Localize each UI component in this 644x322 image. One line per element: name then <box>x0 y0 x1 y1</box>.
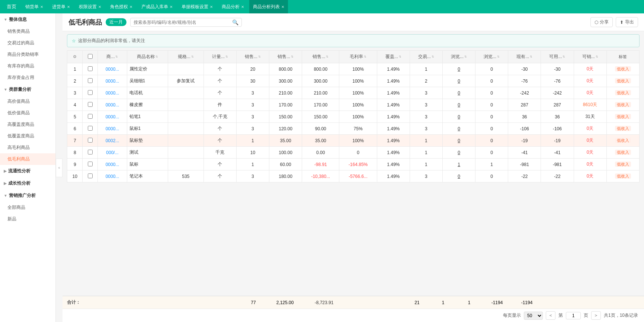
row-code: 0000... <box>98 87 127 99</box>
row-checkbox[interactable] <box>83 111 98 123</box>
col-coverage[interactable]: 覆盖...⇅ <box>377 51 410 63</box>
sidebar-item-all-products[interactable]: 全部商品 <box>0 202 55 213</box>
row-available: -106 <box>541 123 574 135</box>
row-checkbox[interactable] <box>83 63 98 75</box>
close-icon[interactable]: ✕ <box>40 5 43 9</box>
nav-purchase-order[interactable]: 进货单✕ <box>48 0 74 13</box>
per-page-select[interactable]: 50 10 20 100 <box>524 312 543 320</box>
row-browse1[interactable]: 0 <box>442 87 475 99</box>
sidebar-item-stocked-products[interactable]: 有库存的商品 <box>0 60 55 72</box>
close-icon[interactable]: ✕ <box>129 5 132 9</box>
close-icon[interactable]: ✕ <box>281 5 284 9</box>
sidebar-group-marketing-analysis[interactable]: ▼ 营销推广分析 <box>0 189 55 202</box>
row-browse1[interactable]: 0 <box>442 170 475 182</box>
nav-home[interactable]: 首页 <box>3 0 20 13</box>
row-browse1[interactable]: 0 <box>442 99 475 111</box>
search-box[interactable]: 🔍 <box>130 18 242 27</box>
sidebar-item-low-value[interactable]: 低价值商品 <box>0 107 55 119</box>
row-browse1[interactable]: 0 <box>442 111 475 123</box>
row-checkbox[interactable] <box>83 75 98 87</box>
sidebar-item-high-coverage[interactable]: 高覆盖度商品 <box>0 119 55 130</box>
col-sale-amount[interactable]: 销售...⇅ <box>302 51 339 63</box>
row-browse1[interactable]: 0 <box>442 147 475 159</box>
row-coverage: 1.49% <box>377 75 410 87</box>
row-checkbox[interactable] <box>83 87 98 99</box>
date-filter-badge[interactable]: 近一月 <box>106 18 126 26</box>
row-unit: 件 <box>204 99 236 111</box>
row-browse1[interactable]: 0 <box>442 135 475 147</box>
close-icon[interactable]: ✕ <box>98 5 101 9</box>
row-checkbox[interactable] <box>83 123 98 135</box>
nav-product-analysis[interactable]: 商品分析✕ <box>218 0 248 13</box>
sidebar-item-high-value[interactable]: 高价值商品 <box>0 96 55 107</box>
row-code: 0000... <box>98 111 127 123</box>
next-page-button[interactable]: ＞ <box>591 311 601 320</box>
col-code[interactable]: 商...⇅ <box>98 51 127 63</box>
row-trade: 1 <box>410 147 442 159</box>
col-settings[interactable]: ⚙ <box>67 51 83 63</box>
nav-permission-settings[interactable]: 权限设置✕ <box>75 0 105 13</box>
sidebar-item-low-margin[interactable]: 低毛利商品 <box>0 153 55 165</box>
search-input[interactable] <box>134 20 232 25</box>
col-available[interactable]: 可用...⇅ <box>541 51 574 63</box>
sidebar-item-high-margin[interactable]: 高毛利商品 <box>0 142 55 153</box>
search-icon[interactable]: 🔍 <box>232 19 238 25</box>
col-days[interactable]: 可销...⇅ <box>574 51 606 63</box>
row-browse2: 0 <box>475 147 508 159</box>
row-unit: 个 <box>204 159 236 170</box>
row-sale-amount: 150.00 <box>302 111 339 123</box>
row-coverage: 1.49% <box>377 111 410 123</box>
sidebar-item-new-products[interactable]: 新品 <box>0 213 55 225</box>
sidebar-item-sales-products[interactable]: 销售类商品 <box>0 26 55 37</box>
col-checkbox[interactable] <box>83 51 98 63</box>
close-icon[interactable]: ✕ <box>67 5 70 9</box>
row-current: -106 <box>508 123 541 135</box>
sidebar-item-inventory-capital[interactable]: 库存资金占用 <box>0 72 55 83</box>
sidebar-item-low-coverage[interactable]: 低覆盖度商品 <box>0 130 55 142</box>
row-coverage: 1.49% <box>377 87 410 99</box>
page-number-input[interactable] <box>566 312 581 319</box>
close-icon[interactable]: ✕ <box>241 5 244 9</box>
col-gross-rate[interactable]: 毛利率⇅ <box>339 51 377 63</box>
close-icon[interactable]: ✕ <box>210 5 213 9</box>
col-current[interactable]: 现有...⇅ <box>508 51 541 63</box>
nav-sales-order[interactable]: 销货单✕ <box>22 0 47 13</box>
row-checkbox[interactable] <box>83 159 98 170</box>
col-sale-price[interactable]: 销售...⇅ <box>269 51 302 63</box>
nav-template-settings[interactable]: 单据模板设置✕ <box>178 0 217 13</box>
nav-role-auth[interactable]: 角色授权✕ <box>106 0 136 13</box>
row-browse1[interactable]: 0 <box>442 75 475 87</box>
col-unit[interactable]: 计量...⇅ <box>204 51 236 63</box>
col-browse2[interactable]: 浏览...⇅ <box>475 51 508 63</box>
row-browse1[interactable]: 0 <box>442 63 475 75</box>
row-name: 橡皮擦 <box>127 99 168 111</box>
sidebar-item-category-sales-rate[interactable]: 商品分类助销率 <box>0 49 55 60</box>
share-button[interactable]: ⬡ 分享 <box>590 17 613 27</box>
sidebar-group-cluster-analysis[interactable]: ▼ 类群量分析 <box>0 83 55 96</box>
nav-product-analysis-list[interactable]: 商品分析列表✕ <box>249 0 288 13</box>
select-all-checkbox[interactable] <box>88 54 93 59</box>
sidebar-group-growth-analysis[interactable]: ▶ 成长性分析 <box>0 177 55 189</box>
sidebar-item-traded-products[interactable]: 交易过的商品 <box>0 37 55 49</box>
col-sale-qty[interactable]: 销售...⇅ <box>236 51 269 63</box>
col-browse1[interactable]: 浏览...⇅ <box>442 51 475 63</box>
row-checkbox[interactable] <box>83 99 98 111</box>
row-spec: 参加复试 <box>168 75 204 87</box>
col-spec[interactable]: 规格...⇅ <box>168 51 204 63</box>
sidebar-collapse-button[interactable]: « <box>56 159 63 177</box>
row-checkbox[interactable] <box>83 170 98 182</box>
row-sale-qty: 10 <box>236 147 269 159</box>
prev-page-button[interactable]: ＜ <box>546 311 555 320</box>
row-browse1[interactable]: 1 <box>442 159 475 170</box>
row-checkbox[interactable] <box>83 147 98 159</box>
export-button[interactable]: ⬆ 导出 <box>616 17 638 27</box>
col-tag[interactable]: 标签 <box>606 51 639 63</box>
row-checkbox[interactable] <box>83 135 98 147</box>
col-trade[interactable]: 交易...⇅ <box>410 51 442 63</box>
col-name[interactable]: 商品名称⇅ <box>127 51 168 63</box>
sidebar-group-general-info[interactable]: ▼ 整体信息 <box>0 13 55 26</box>
nav-product-inbound[interactable]: 产成品入库单✕ <box>138 0 176 13</box>
close-icon[interactable]: ✕ <box>170 5 173 9</box>
sidebar-group-circulation-analysis[interactable]: ▶ 流通性分析 <box>0 165 55 177</box>
row-browse1[interactable]: 0 <box>442 123 475 135</box>
